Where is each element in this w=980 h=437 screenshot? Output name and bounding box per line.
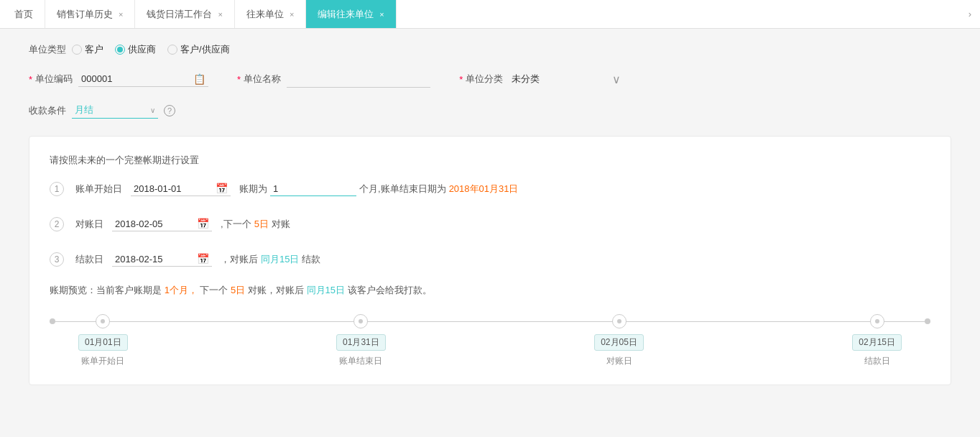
step-1-period-label: 账期为 [239, 183, 267, 196]
tab-partners-close[interactable]: × [290, 10, 294, 19]
step-3-desc-prefix: ，对账后 [221, 253, 258, 266]
timeline-point-2: 01月31日 账单结束日 [336, 314, 386, 367]
tab-sales-history[interactable]: 销售订单历史 × [45, 0, 135, 28]
tab-edit-partner-label: 编辑往来单位 [318, 8, 374, 21]
calendar-icon-3[interactable]: 📅 [197, 253, 209, 264]
step-2-desc-prefix: ,下一个 [221, 218, 251, 231]
radio-customer[interactable]: 客户 [72, 43, 103, 56]
unit-type-row: 单位类型 客户 供应商 客户/供应商 [29, 43, 951, 56]
unit-code-input[interactable] [81, 73, 189, 84]
preview-highlight1: 1个月， [165, 285, 198, 295]
unit-name-label: 单位名称 [244, 73, 281, 86]
timeline-points: 01月01日 账单开始日 01月31日 账单结束日 [78, 314, 902, 367]
tabs-bar: 首页 销售订单历史 × 钱货日清工作台 × 往来单位 × 编辑往来单位 × › [0, 0, 980, 29]
tab-arrow[interactable]: › [960, 0, 980, 28]
tab-partners[interactable]: 往来单位 × [235, 0, 306, 28]
step-3-desc-highlight: 同月15日 [261, 253, 299, 266]
preview-text: 账期预览：当前客户账期是 1个月， 下一个 5日 对账，对账后 同月15日 该客… [50, 284, 930, 297]
radio-supplier[interactable]: 供应商 [115, 43, 156, 56]
point-circle-1 [96, 314, 110, 328]
tab-edit-partner-close[interactable]: × [379, 10, 384, 19]
step-2-desc-suffix: 对账 [272, 218, 290, 231]
timeline-point-1: 01月01日 账单开始日 [78, 314, 128, 367]
preview-suffix: 该客户会给我打款。 [348, 285, 432, 295]
unit-category-value: 未分类 [512, 73, 609, 86]
step-1-period-input[interactable] [270, 182, 356, 196]
step-2-desc-highlight: 5日 [254, 218, 269, 231]
step-2-date-field: 📅 [112, 216, 212, 231]
radio-both-label: 客户/供应商 [180, 43, 230, 56]
point-dot-2 [359, 319, 363, 323]
step-1-date-field: 📅 [131, 181, 231, 196]
point-desc-2: 账单结束日 [339, 355, 382, 367]
required-star-cat: * [459, 74, 463, 85]
radio-customer-circle [72, 45, 82, 55]
radio-group: 客户 供应商 客户/供应商 [72, 43, 230, 56]
point-dot-3 [617, 319, 621, 323]
radio-both[interactable]: 客户/供应商 [167, 43, 230, 56]
payment-terms-group: 收款条件 月结 ∨ ? [29, 102, 175, 119]
timeline-end-dot [925, 318, 930, 324]
radio-customer-label: 客户 [85, 43, 103, 56]
unit-name-input[interactable] [287, 70, 430, 88]
unit-category-label: 单位分类 [466, 73, 503, 86]
unit-code-group: * 单位编码 📋 [29, 72, 208, 87]
preview-middle: 下一个 [200, 285, 228, 295]
step-1-row: 1 账单开始日 📅 账期为 个月,账单结束日期为 2018年01月31日 [50, 181, 930, 196]
timeline-point-3: 02月05日 对账日 [594, 314, 644, 367]
chevron-down-icon: ∨ [612, 73, 621, 86]
point-desc-4: 结款日 [864, 355, 890, 367]
step-1-label: 账单开始日 [75, 183, 122, 196]
step-1-period-unit: 个月,账单结束日期为 [359, 183, 446, 196]
step-3-num: 3 [50, 252, 64, 267]
preview-middle2: 对账，对账后 [248, 285, 304, 295]
tab-sales-history-close[interactable]: × [119, 10, 123, 19]
tab-edit-partner[interactable]: 编辑往来单位 × [306, 0, 396, 28]
unit-info-row: * 单位编码 📋 * 单位名称 * 单位分类 未分类 ∨ [29, 70, 951, 88]
unit-category-dropdown[interactable]: 未分类 ∨ [509, 71, 624, 88]
calendar-icon-1[interactable]: 📅 [216, 183, 228, 194]
preview-highlight2: 5日 [231, 285, 245, 295]
radio-supplier-circle [115, 45, 125, 55]
tab-cash-work[interactable]: 钱货日清工作台 × [135, 0, 234, 28]
point-circle-2 [353, 314, 368, 328]
step-2-label: 对账日 [75, 218, 103, 231]
tab-cash-work-label: 钱货日清工作台 [147, 8, 212, 21]
point-dot-4 [875, 319, 879, 323]
preview-highlight3: 同月15日 [307, 285, 345, 295]
step-1-period-end: 2018年01月31日 [449, 183, 519, 196]
point-label-3: 02月05日 [594, 334, 644, 351]
payment-terms-value: 月结 [75, 104, 147, 116]
tab-home-label: 首页 [14, 8, 33, 21]
main-content: 单位类型 客户 供应商 客户/供应商 * 单位编码 [0, 29, 980, 437]
point-circle-4 [870, 314, 884, 328]
tab-cash-work-close[interactable]: × [218, 10, 222, 19]
step-1-num: 1 [50, 182, 64, 196]
step-3-desc-suffix: 结款 [302, 253, 320, 266]
payment-terms-dropdown[interactable]: 月结 ∨ [72, 102, 158, 119]
unit-code-label: 单位编码 [35, 73, 73, 86]
step-2-row: 2 对账日 📅 ,下一个 5日 对账 [50, 216, 930, 231]
step-1-date-input[interactable] [134, 183, 213, 194]
tab-sales-history-label: 销售订单历史 [57, 8, 113, 21]
step-3-date-input[interactable] [115, 254, 194, 264]
timeline-point-4: 02月15日 结款日 [852, 314, 902, 367]
point-circle-3 [612, 314, 627, 328]
tab-home[interactable]: 首页 [0, 0, 45, 28]
help-icon[interactable]: ? [164, 105, 175, 116]
step-2-num: 2 [50, 217, 64, 231]
step-3-date-field: 📅 [112, 252, 212, 267]
step-3-row: 3 结款日 📅 ，对账后 同月15日 结款 [50, 252, 930, 267]
preview-section: 账期预览：当前客户账期是 1个月， 下一个 5日 对账，对账后 同月15日 该客… [50, 272, 930, 367]
required-star-name: * [237, 74, 241, 85]
calendar-icon-2[interactable]: 📅 [197, 218, 209, 229]
step-2-date-input[interactable] [115, 218, 194, 229]
unit-code-field: 📋 [78, 72, 208, 87]
calendar-icon-code[interactable]: 📋 [193, 73, 205, 85]
payment-terms-row: 收款条件 月结 ∨ ? [29, 102, 951, 119]
unit-category-group: * 单位分类 未分类 ∨ [459, 71, 624, 88]
chevron-down-icon-pay: ∨ [150, 106, 155, 114]
required-star-code: * [29, 74, 32, 85]
unit-type-label: 单位类型 [29, 43, 66, 56]
timeline: 01月01日 账单开始日 01月31日 账单结束日 [50, 314, 930, 367]
